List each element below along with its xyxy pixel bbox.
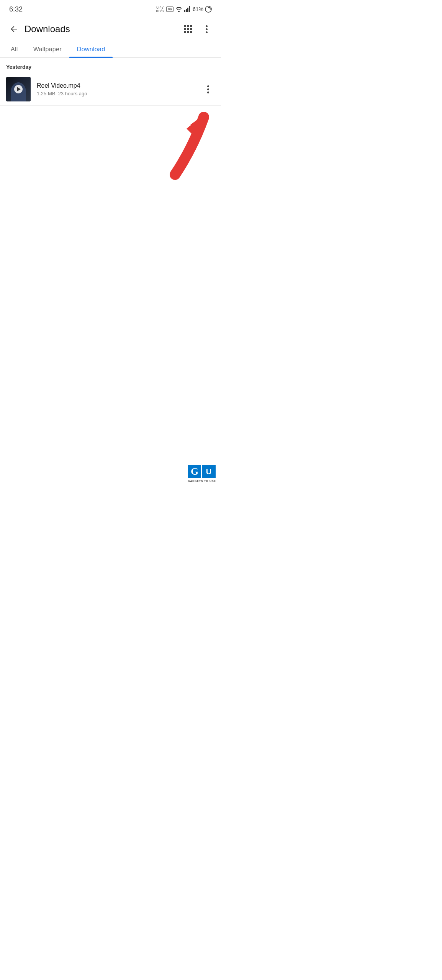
status-icons: 0.47 KB/S Vo 61% bbox=[156, 5, 212, 13]
annotation-area bbox=[0, 106, 221, 182]
file-info: Reel Video.mp4 1.25 MB, 23 hours ago bbox=[37, 82, 201, 96]
file-thumbnail bbox=[6, 77, 31, 101]
tab-download[interactable]: Download bbox=[69, 41, 113, 57]
file-more-button[interactable] bbox=[201, 82, 215, 96]
tabs-bar: All Wallpaper Download bbox=[0, 41, 221, 58]
brand-g-letter: G bbox=[187, 464, 202, 479]
grid-view-button[interactable] bbox=[180, 21, 196, 38]
back-button[interactable] bbox=[6, 21, 21, 37]
brand-label: GADGETS TO USE bbox=[188, 480, 216, 482]
toolbar-actions bbox=[180, 21, 215, 38]
back-icon bbox=[9, 24, 18, 34]
file-name: Reel Video.mp4 bbox=[37, 82, 201, 89]
file-meta: 1.25 MB, 23 hours ago bbox=[37, 91, 201, 96]
play-icon bbox=[17, 87, 21, 91]
file-item[interactable]: Reel Video.mp4 1.25 MB, 23 hours ago bbox=[0, 73, 221, 106]
signal-icon bbox=[184, 6, 190, 12]
status-speed: 0.47 KB/S bbox=[156, 5, 164, 13]
battery-icon bbox=[205, 6, 212, 13]
grid-icon bbox=[184, 25, 192, 33]
toolbar: Downloads bbox=[0, 17, 221, 41]
svg-rect-1 bbox=[186, 9, 187, 12]
battery-percent: 61% bbox=[193, 6, 203, 12]
status-bar: 6:32 0.47 KB/S Vo 61% bbox=[0, 0, 221, 17]
svg-rect-2 bbox=[187, 8, 188, 12]
status-time: 6:32 bbox=[9, 5, 23, 13]
section-header-yesterday: Yesterday bbox=[0, 58, 221, 73]
brand-logo: G U bbox=[187, 464, 216, 479]
tab-all[interactable]: All bbox=[3, 41, 26, 57]
play-overlay bbox=[14, 85, 23, 93]
tab-wallpaper[interactable]: Wallpaper bbox=[26, 41, 69, 57]
vo-icon: Vo bbox=[166, 7, 174, 12]
file-dots-icon bbox=[207, 85, 209, 93]
vertical-dots-icon bbox=[206, 25, 208, 33]
page-title: Downloads bbox=[25, 24, 180, 34]
watermark: G U GADGETS TO USE bbox=[187, 464, 216, 482]
wifi-icon bbox=[175, 6, 183, 12]
svg-rect-0 bbox=[184, 10, 185, 12]
brand-u-letter: U bbox=[202, 464, 216, 479]
more-options-button[interactable] bbox=[198, 21, 215, 38]
red-arrow bbox=[144, 106, 221, 182]
svg-rect-3 bbox=[189, 6, 190, 12]
